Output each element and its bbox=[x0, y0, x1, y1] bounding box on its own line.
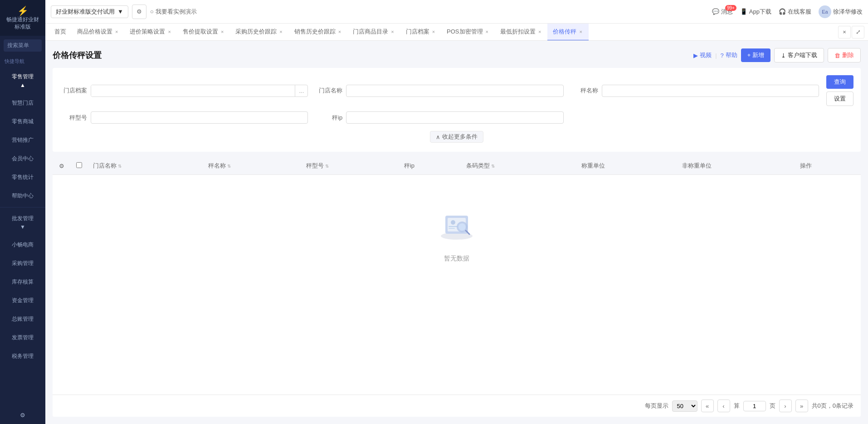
close-tab-button[interactable]: × bbox=[838, 26, 851, 39]
download-icon: ⤓ bbox=[781, 52, 786, 59]
page-number-input[interactable] bbox=[743, 401, 766, 411]
online-service-button[interactable]: 🎧 在线客服 bbox=[779, 8, 811, 16]
collapse-label: 收起更多条件 bbox=[442, 133, 478, 141]
question-icon: ? bbox=[721, 52, 724, 59]
tabs-end-controls: × ⤢ bbox=[838, 26, 864, 39]
query-button[interactable]: 查询 bbox=[826, 75, 853, 89]
tab-store-catalog[interactable]: 门店商品目录 × bbox=[347, 24, 400, 41]
sidebar-item-invoice[interactable]: 发票管理 bbox=[0, 328, 45, 347]
tab-close-icon[interactable]: × bbox=[114, 29, 119, 34]
th-scale-model-sortable[interactable]: 秤型号 ⇅ bbox=[306, 162, 393, 170]
tab-sale-extract[interactable]: 售价提取设置 × bbox=[177, 24, 230, 41]
demo-link[interactable]: ○ 我要看实例演示 bbox=[150, 8, 197, 16]
sidebar-bottom: ⚙ bbox=[0, 406, 45, 424]
maximize-tab-button[interactable]: ⤢ bbox=[852, 26, 864, 39]
sidebar-item-marketing[interactable]: 营销推广 bbox=[0, 131, 45, 149]
set-button[interactable]: 设置 bbox=[826, 92, 853, 106]
tab-store-archive[interactable]: 门店档案 × bbox=[400, 24, 441, 41]
sidebar-item-retail-mall[interactable]: 零售商城 bbox=[0, 112, 45, 131]
sidebar-item-retail-stats[interactable]: 零售统计 bbox=[0, 168, 45, 187]
expand-icon: ▲ bbox=[20, 82, 25, 88]
th-weight-unit-label: 称重单位 bbox=[581, 162, 605, 169]
topbar: 好业财标准版交付试用 ▼ ⚙ ○ 我要看实例演示 💬 消息 99+ 📱 App下… bbox=[45, 0, 868, 24]
collapse-button[interactable]: ∧ 收起更多条件 bbox=[430, 131, 483, 143]
sidebar-search-area: 搜索菜单 bbox=[0, 36, 45, 55]
prev-page-button[interactable]: ‹ bbox=[717, 400, 730, 412]
tab-label: 门店档案 bbox=[406, 28, 429, 36]
tab-pos-encrypt[interactable]: POS加密管理 × bbox=[441, 24, 495, 41]
download-button[interactable]: ⤓ 客户端下载 bbox=[774, 48, 824, 63]
sidebar-item-smart-store[interactable]: 智慧门店 bbox=[0, 94, 45, 112]
store-name-input[interactable] bbox=[346, 85, 563, 97]
th-barcode-type-sortable[interactable]: 条码类型 ⇅ bbox=[466, 162, 571, 170]
scale-name-input[interactable] bbox=[602, 85, 819, 97]
search-menu-button[interactable]: 搜索菜单 bbox=[4, 39, 42, 52]
sidebar-item-retail-mgmt[interactable]: 零售管理 ▲ bbox=[0, 67, 45, 94]
th-scale-name-sortable[interactable]: 秤名称 ⇅ bbox=[208, 162, 295, 170]
scale-model-input[interactable] bbox=[91, 111, 308, 124]
table-header-row: ⚙ 门店名称 ⇅ bbox=[53, 157, 861, 175]
tab-close-icon[interactable]: × bbox=[220, 29, 224, 34]
tab-close-icon[interactable]: × bbox=[485, 29, 489, 34]
tab-label: 售价提取设置 bbox=[183, 28, 218, 36]
expand-icon: ▼ bbox=[20, 224, 25, 230]
tab-close-icon[interactable]: × bbox=[578, 29, 583, 34]
sidebar-item-help[interactable]: 帮助中心 bbox=[0, 187, 45, 205]
next-page-button[interactable]: › bbox=[779, 400, 792, 412]
sidebar-item-wholesale[interactable]: 批发管理 ▼ bbox=[0, 209, 45, 236]
last-page-button[interactable]: » bbox=[795, 400, 808, 412]
sidebar-item-inventory[interactable]: 库存核算 bbox=[0, 273, 45, 291]
store-archive-dots-button[interactable]: ... bbox=[295, 85, 307, 96]
message-badge: 99+ bbox=[725, 5, 736, 11]
sidebar-item-member[interactable]: 会员中心 bbox=[0, 149, 45, 168]
column-gear-icon[interactable]: ⚙ bbox=[59, 163, 64, 169]
sidebar-item-purchase[interactable]: 采购管理 bbox=[0, 254, 45, 273]
tab-purchase-strategy[interactable]: 进价策略设置 × bbox=[124, 24, 177, 41]
sidebar-item-label: 智慧门店 bbox=[12, 99, 34, 107]
video-link[interactable]: ▶ 视频 bbox=[693, 51, 712, 59]
page-size-select[interactable]: 50 10 20 100 bbox=[672, 400, 697, 412]
app-download-button[interactable]: 📱 App下载 bbox=[740, 8, 771, 16]
tab-close-icon[interactable]: × bbox=[390, 29, 395, 34]
tab-label: 门店商品目录 bbox=[353, 28, 388, 36]
help-link[interactable]: ? 帮助 bbox=[721, 51, 737, 59]
tab-close-icon[interactable]: × bbox=[167, 29, 171, 34]
filter-row-1: 门店档案 ... 门店名称 秤名称 查询 设置 bbox=[60, 75, 853, 106]
tab-close-icon[interactable]: × bbox=[278, 29, 283, 34]
select-all-checkbox[interactable] bbox=[76, 162, 82, 168]
tab-purchase-history[interactable]: 采购历史价跟踪 × bbox=[230, 24, 288, 41]
sidebar-item-label: 总账管理 bbox=[12, 315, 34, 323]
tab-sale-history[interactable]: 销售历史价跟踪 × bbox=[289, 24, 347, 41]
user-menu[interactable]: Ea 徐泽华修改 bbox=[819, 5, 863, 18]
filter-scale-model: 秤型号 bbox=[60, 111, 308, 124]
settings-gear-button[interactable]: ⚙ bbox=[132, 5, 146, 19]
tab-close-icon[interactable]: × bbox=[431, 29, 436, 34]
settings-icon[interactable]: ⚙ bbox=[0, 406, 45, 424]
tab-close-icon[interactable]: × bbox=[537, 29, 542, 34]
sidebar-item-tax[interactable]: 税务管理 bbox=[0, 347, 45, 366]
version-selector[interactable]: 好业财标准版交付试用 ▼ bbox=[51, 5, 128, 18]
store-archive-input[interactable] bbox=[91, 85, 295, 96]
total-info: 共0页，0条记录 bbox=[812, 402, 853, 410]
scale-ip-input[interactable] bbox=[346, 111, 563, 124]
tab-home[interactable]: 首页 bbox=[49, 24, 72, 41]
tab-price-scale[interactable]: 价格传秤 × bbox=[547, 24, 588, 41]
tab-close-icon[interactable]: × bbox=[337, 29, 342, 34]
page-actions: ▶ 视频 | ? 帮助 + 新增 ⤓ 客户端下载 🗑 删除 bbox=[693, 48, 861, 63]
tab-min-discount[interactable]: 最低折扣设置 × bbox=[495, 24, 547, 41]
sidebar-item-finance[interactable]: 资金管理 bbox=[0, 291, 45, 310]
sidebar-item-label: 采购管理 bbox=[12, 260, 34, 267]
help-label: 帮助 bbox=[726, 51, 737, 59]
sidebar-item-ecommerce[interactable]: 小畅电商 bbox=[0, 236, 45, 254]
app-download-label: App下载 bbox=[749, 8, 771, 16]
add-button[interactable]: + 新增 bbox=[741, 48, 770, 62]
th-store-name-sortable[interactable]: 门店名称 ⇅ bbox=[93, 162, 197, 170]
first-page-button[interactable]: « bbox=[701, 400, 714, 412]
th-barcode-type: 条码类型 ⇅ bbox=[461, 157, 576, 175]
page-title: 价格传秤设置 bbox=[53, 50, 102, 61]
tab-price-setting[interactable]: 商品价格设置 × bbox=[72, 24, 124, 41]
message-button[interactable]: 💬 消息 99+ bbox=[712, 8, 733, 16]
sidebar-item-ledger[interactable]: 总账管理 bbox=[0, 310, 45, 328]
online-service-label: 在线客服 bbox=[788, 8, 811, 16]
delete-button[interactable]: 🗑 删除 bbox=[828, 48, 861, 63]
